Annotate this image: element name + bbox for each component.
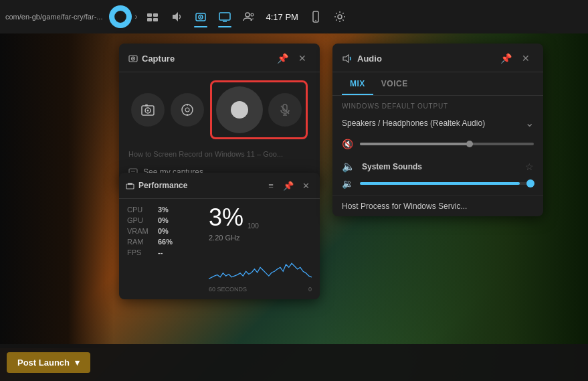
steam-icon-button[interactable] <box>108 5 132 29</box>
phone-taskbar-icon[interactable] <box>304 5 328 29</box>
svg-point-4 <box>123 18 125 20</box>
vram-label: VRAM <box>127 227 154 235</box>
volume-svg <box>170 10 183 23</box>
record-button[interactable] <box>216 86 263 133</box>
svg-rect-9 <box>153 18 158 21</box>
audio-title: Audio <box>342 54 382 64</box>
performance-settings-button[interactable]: ≡ <box>264 178 278 193</box>
audio-next-item: Host Process for Windows Servic... <box>332 196 543 216</box>
svg-point-13 <box>199 16 201 17</box>
svg-rect-6 <box>147 13 152 17</box>
ram-label: RAM <box>127 238 154 246</box>
audio-system-label: System Sounds <box>362 162 422 171</box>
performance-sub-info: 100 <box>248 222 259 230</box>
stat-row-cpu: CPU 3% <box>127 206 201 214</box>
record-dot <box>231 101 248 119</box>
audio-volume-slider[interactable] <box>360 182 534 185</box>
screenshot-icon <box>140 102 155 117</box>
audio-mute-thumb <box>466 141 473 147</box>
taskbar-time: 4:17 PM <box>261 12 304 22</box>
tab-mix[interactable]: MIX <box>342 72 373 95</box>
capture-panel-title: Capture <box>128 54 175 64</box>
screenshot-button[interactable] <box>131 93 165 127</box>
capture-taskbar-icon[interactable] <box>189 5 213 29</box>
svg-rect-27 <box>145 104 148 106</box>
performance-stats: CPU 3% GPU 0% VRAM 0% RAM 66% FPS -- <box>127 206 201 293</box>
svg-point-31 <box>187 114 188 115</box>
svg-point-23 <box>132 58 134 60</box>
settings-taskbar-icon[interactable] <box>328 5 352 29</box>
tab-voice[interactable]: VOICE <box>373 72 416 95</box>
audio-volume-thumb <box>526 179 534 187</box>
performance-content: CPU 3% GPU 0% VRAM 0% RAM 66% FPS -- <box>119 199 320 299</box>
friends-svg <box>242 10 256 23</box>
audio-tabs: MIX VOICE <box>332 72 543 96</box>
audio-mute-icon[interactable]: 🔇 <box>342 139 353 149</box>
capture-svg <box>194 10 207 23</box>
chart-max: 100 <box>248 222 259 230</box>
performance-ghz: 2.20 GHz <box>209 234 312 242</box>
taskbar: com/en-gb/game/far-cry/far-... › <box>0 0 588 33</box>
audio-device-row[interactable]: Speakers / Headphones (Realtek Audio) ⌄ <box>332 112 543 136</box>
svg-rect-7 <box>153 13 158 17</box>
svg-point-20 <box>338 15 342 19</box>
performance-chart-labels: 60 SECONDS 0 <box>209 286 312 293</box>
capture-pin-button[interactable]: 📌 <box>274 50 290 66</box>
window-manager-icon[interactable] <box>140 5 165 29</box>
performance-title-icon <box>126 181 134 190</box>
post-launch-label: Post Launch <box>17 358 70 368</box>
settings-svg <box>333 10 347 23</box>
capture-header-actions: 📌 ✕ <box>274 50 310 66</box>
audio-favorite-icon[interactable]: ☆ <box>525 161 534 172</box>
audio-close-button[interactable]: ✕ <box>518 50 534 66</box>
performance-title-label: Performance <box>138 181 187 190</box>
display-taskbar-icon[interactable] <box>213 5 237 29</box>
audio-header: Audio 📌 ✕ <box>332 44 543 72</box>
audio-next-item-label: Host Process for Windows Servic... <box>342 202 467 211</box>
svg-marker-10 <box>173 12 178 21</box>
audio-mute-slider[interactable] <box>360 143 534 145</box>
gpu-label: GPU <box>127 216 154 224</box>
audio-volume-track <box>360 182 520 185</box>
audio-pin-button[interactable]: 📌 <box>498 50 514 66</box>
post-launch-button[interactable]: Post Launch ▾ <box>7 352 90 373</box>
phone-svg <box>309 10 322 23</box>
performance-title: Performance <box>126 181 187 190</box>
performance-chart <box>209 244 312 285</box>
svg-point-16 <box>246 13 250 17</box>
svg-marker-41 <box>343 55 349 62</box>
cpu-label: CPU <box>127 206 154 214</box>
post-launch-chevron-icon: ▾ <box>75 358 80 368</box>
volume-taskbar-icon[interactable] <box>165 5 189 29</box>
performance-header: Performance ≡ 📌 ✕ <box>119 173 320 199</box>
window-svg <box>146 10 159 23</box>
svg-point-5 <box>115 18 117 20</box>
svg-rect-40 <box>128 183 132 185</box>
capture-bg-text: How to Screen Record on Windows 11 – Goo… <box>128 150 283 158</box>
record-highlight-wrapper <box>210 80 308 139</box>
audio-device-chevron-icon: ⌄ <box>525 117 534 129</box>
friends-taskbar-icon[interactable] <box>237 5 261 29</box>
mic-button[interactable] <box>268 93 302 127</box>
taskbar-url: com/en-gb/game/far-cry/far-... <box>0 13 108 21</box>
svg-rect-8 <box>147 18 152 21</box>
performance-chart-section: 3% 100 2.20 GHz 60 SECONDS 0 <box>209 206 312 293</box>
capture-bg-text-area: How to Screen Record on Windows 11 – Goo… <box>119 145 320 163</box>
performance-close-button[interactable]: ✕ <box>298 178 313 193</box>
display-svg <box>218 10 231 23</box>
gif-button[interactable] <box>171 93 204 127</box>
svg-rect-39 <box>126 184 134 189</box>
mic-icon <box>278 103 292 117</box>
performance-pin-button[interactable]: 📌 <box>281 178 296 193</box>
svg-point-28 <box>182 104 193 115</box>
chart-time-label: 60 SECONDS <box>209 286 247 293</box>
svg-point-17 <box>251 13 254 16</box>
chart-min-label: 0 <box>308 286 312 293</box>
stat-row-ram: RAM 66% <box>127 238 201 246</box>
audio-volume-row: 🔉 <box>332 175 543 196</box>
gpu-value: 0% <box>158 216 169 224</box>
capture-title-icon <box>128 54 138 63</box>
audio-system-row: 🔈 System Sounds ☆ <box>332 155 543 175</box>
svg-point-30 <box>187 104 188 105</box>
capture-close-button[interactable]: ✕ <box>294 50 310 66</box>
